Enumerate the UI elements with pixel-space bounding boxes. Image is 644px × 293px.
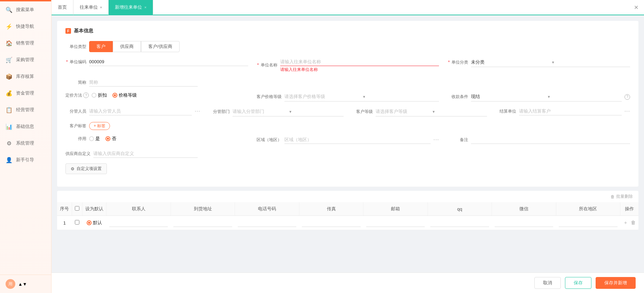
row-fax <box>299 216 363 230</box>
add-row-button[interactable]: ＋ <box>623 220 628 226</box>
tab-new-transaction[interactable]: 新增往来单位 × <box>109 0 153 15</box>
unit-type-supplier-btn[interactable]: 供应商 <box>113 41 141 52</box>
email-input[interactable] <box>366 219 425 227</box>
row-select-checkbox[interactable] <box>75 220 79 225</box>
operations-icon: 📋 <box>6 106 13 113</box>
payment-terms-select[interactable]: 现结 ▼ <box>471 92 622 101</box>
customer-level-label: 客户等级 <box>352 109 373 115</box>
manager-field: 分管人员 ··· <box>65 107 201 115</box>
unit-type-group: 客户 供应商 客户/供应商 <box>89 41 180 52</box>
tab-transactions-label: 往来单位 <box>80 4 98 10</box>
pricing-level-radio[interactable]: 价格等级 <box>112 92 137 98</box>
sidebar-item-label: 基础信息 <box>16 123 34 130</box>
manager-more-btn[interactable]: ··· <box>195 108 200 114</box>
wechat-input[interactable] <box>495 219 553 227</box>
row-wechat <box>492 216 556 230</box>
unit-type-customer-btn[interactable]: 客户 <box>89 41 113 52</box>
section-icon: F <box>65 28 71 34</box>
batch-delete-button[interactable]: 🗑 批量删除 <box>611 194 633 200</box>
tab-bar: 首页 往来单位 × 新增往来单位 × ✕ <box>52 0 644 15</box>
pricing-discount-radio[interactable]: 折扣 <box>92 92 107 98</box>
payment-info-icon[interactable]: ? <box>625 94 630 100</box>
abbr-input[interactable] <box>89 78 198 87</box>
settlement-unit-input[interactable] <box>519 107 622 115</box>
save-and-new-button[interactable]: 保存并新增 <box>596 277 636 289</box>
purchase-icon: 🛒 <box>6 56 13 63</box>
pricing-info-icon[interactable]: ? <box>83 92 89 98</box>
region-input[interactable] <box>284 136 431 144</box>
customer-level-field: 客户等级 请选择客户等级 ▼ <box>352 107 487 116</box>
disabled-no-radio[interactable]: 否 <box>105 136 116 142</box>
tab-new-transaction-close[interactable]: × <box>144 5 146 9</box>
contact-input[interactable] <box>109 219 168 227</box>
fax-input[interactable] <box>302 219 360 227</box>
department-select[interactable]: 请输入分管部门 ▼ <box>233 107 344 116</box>
sidebar-item-label: 系统管理 <box>16 140 34 146</box>
inventory-icon: 📦 <box>6 73 13 80</box>
sidebar-item-quick-nav[interactable]: ⚡ 快捷导航 <box>0 18 51 35</box>
code-name-row: * 单位编码 * 单位名称 请输入往来单位名称 <box>65 58 630 73</box>
customer-price-level-label: 客户价格等级 <box>257 94 282 100</box>
basic-info-icon: 📊 <box>6 123 13 130</box>
pricing-method-radio-group: 折扣 价格等级 <box>92 92 137 98</box>
delete-row-button[interactable]: 🗑 <box>631 220 636 226</box>
tab-home[interactable]: 首页 <box>52 0 73 15</box>
tab-transactions[interactable]: 往来单位 × <box>73 0 109 15</box>
disabled-yes-radio[interactable]: 是 <box>89 136 100 142</box>
col-address: 到货地址 <box>171 202 235 216</box>
disabled-radio-group: 是 否 <box>89 136 116 142</box>
select-all-checkbox[interactable] <box>75 206 79 211</box>
custom-settings-row: ⚙ 自定义项设置 <box>65 163 630 174</box>
unit-name-wrapper: 请输入往来单位名称 <box>280 58 439 73</box>
sidebar-item-system[interactable]: ⚙ 系统管理 <box>0 135 51 152</box>
disabled-label: 停用 <box>65 136 86 142</box>
col-wechat: 微信 <box>492 202 556 216</box>
unit-name-input[interactable] <box>280 58 439 66</box>
add-tag-button[interactable]: + 标签 <box>89 122 110 130</box>
customer-price-level-select[interactable]: 请选择客户价格等级 ▼ <box>284 92 439 101</box>
col-checkbox <box>72 202 83 216</box>
disabled-yes-circle <box>89 136 94 141</box>
main-content: 首页 往来单位 × 新增往来单位 × ✕ F 基本信息 单位类型 客户 <box>52 0 644 293</box>
payment-terms-field: 收款条件 现结 ▼ ? <box>447 92 630 101</box>
address-input[interactable] <box>173 219 232 227</box>
unit-category-select[interactable]: 未分类 ▼ <box>471 58 630 67</box>
sidebar-item-operations[interactable]: 📋 经营管理 <box>0 101 51 118</box>
remarks-field: 备注 <box>447 136 630 144</box>
custom-settings-button[interactable]: ⚙ 自定义项设置 <box>65 163 107 174</box>
sidebar-item-sales[interactable]: 🏠 销售管理 <box>0 35 51 51</box>
tab-transactions-close[interactable]: × <box>100 5 102 9</box>
col-region: 所在地区 <box>556 202 620 216</box>
unit-name-field: * 单位名称 请输入往来单位名称 <box>257 58 439 73</box>
col-actions: 操作 <box>620 202 638 216</box>
sidebar-item-inventory[interactable]: 📦 库存核算 <box>0 68 51 85</box>
cancel-button[interactable]: 取消 <box>534 277 561 289</box>
default-radio[interactable]: 默认 <box>85 220 104 226</box>
sidebar-item-purchase[interactable]: 🛒 采购管理 <box>0 51 51 68</box>
sidebar-item-label: 库存核算 <box>16 73 34 80</box>
sidebar-item-search[interactable]: 🔍 搜索菜单 <box>0 1 51 18</box>
phone-input[interactable] <box>238 219 296 227</box>
window-close-button[interactable]: ✕ <box>634 4 638 11</box>
qq-input[interactable] <box>430 219 489 227</box>
manager-input[interactable] <box>89 107 192 115</box>
row-address <box>171 216 235 230</box>
unit-code-input[interactable] <box>89 58 248 66</box>
customer-price-level-field: 客户价格等级 请选择客户价格等级 ▼ <box>257 92 439 101</box>
customer-level-select[interactable]: 请选择客户等级 ▼ <box>376 107 487 116</box>
settlement-more-btn[interactable]: ··· <box>625 108 630 114</box>
supplier-custom-input[interactable] <box>93 149 198 158</box>
row-region-input[interactable] <box>559 219 617 227</box>
basic-info-card: F 基本信息 单位类型 客户 供应商 客户/供应商 * <box>57 21 638 187</box>
sidebar-item-basic-info[interactable]: 📊 基础信息 <box>0 118 51 135</box>
col-phone: 电话号码 <box>235 202 299 216</box>
remarks-input[interactable] <box>471 136 630 144</box>
region-more-btn[interactable]: ··· <box>433 137 439 143</box>
save-button[interactable]: 保存 <box>565 277 591 289</box>
sidebar-item-finance[interactable]: 💰 资金管理 <box>0 85 51 101</box>
col-default: 设为默认 <box>83 202 107 216</box>
sidebar-item-guide[interactable]: 👤 新手引导 <box>0 152 51 168</box>
abbr-label: 简称 <box>65 80 86 86</box>
unit-type-both-btn[interactable]: 客户/供应商 <box>141 41 180 52</box>
unit-category-field: * 单位分类 未分类 ▼ <box>447 58 630 67</box>
